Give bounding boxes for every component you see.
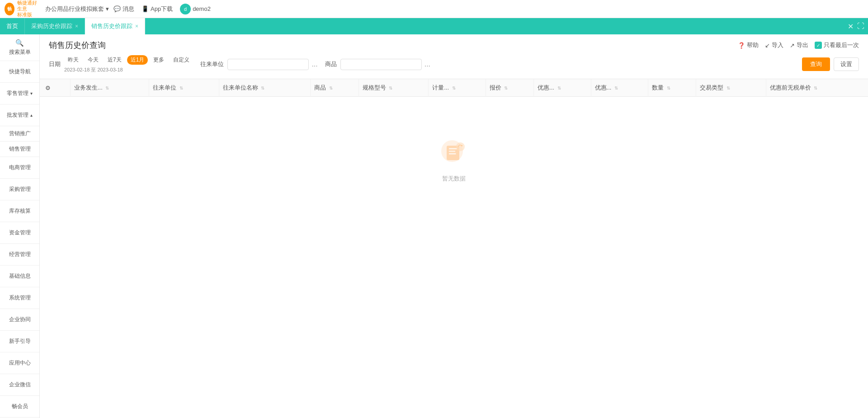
tab-sales-history-close[interactable]: × [135, 23, 138, 29]
sort-arrows-product: ⇅ [329, 86, 333, 90]
download-icon: 📱 [142, 5, 149, 12]
sidebar-item-ecommerce[interactable]: 电商管理 [0, 157, 39, 179]
date-range-text: 2023-02-18 至 2023-03-18 [64, 66, 193, 73]
empty-state-illustration [436, 133, 472, 169]
counterpart-filter-label: 往来单位 [200, 60, 224, 68]
page-title: 销售历史价查询 [49, 40, 106, 51]
sort-arrows-counterpart-code: ⇅ [179, 86, 183, 90]
import-button[interactable]: ↙ 导入 [765, 41, 783, 49]
date-filter-group: 日期 昨天 今天 近7天 近1月 更多 自定义 2023-02-18 至 202… [49, 55, 193, 73]
product-input[interactable] [340, 59, 422, 70]
sidebar-item-app-center[interactable]: 应用中心 [0, 352, 39, 374]
date-pill-7days[interactable]: 近7天 [104, 55, 125, 65]
counterpart-dots-button[interactable]: ... [311, 60, 317, 68]
table-col-gear[interactable]: ⚙ [40, 79, 70, 97]
table-col-unit[interactable]: 计量... ⇅ [429, 79, 486, 97]
sidebar-item-quick-nav[interactable]: 快捷导航 [0, 61, 39, 83]
table-col-discount2[interactable]: 优惠... ⇅ [591, 79, 648, 97]
retail-arrow-icon: ▾ [30, 91, 33, 96]
svg-point-5 [456, 142, 465, 151]
export-button[interactable]: ↗ 导出 [790, 41, 808, 49]
wholesale-arrow-icon: ▴ [30, 113, 33, 118]
sort-arrows-discount1: ⇅ [557, 86, 561, 90]
table-col-quote[interactable]: 报价 ⇅ [486, 79, 533, 97]
sidebar-item-search[interactable]: 🔍 搜索菜单 [0, 34, 39, 61]
content-area: 销售历史价查询 ❓ 帮助 ↙ 导入 ↗ 导出 ✓ [40, 34, 868, 418]
tab-home[interactable]: 首页 [0, 18, 25, 34]
top-bar-actions: 💬 消息 📱 App下载 d demo2 [113, 4, 211, 14]
sidebar-item-basic-info[interactable]: 基础信息 [0, 266, 39, 287]
table-col-pretax-price[interactable]: 优惠前无税单价 ⇅ [766, 79, 868, 97]
table-col-discount1[interactable]: 优惠... ⇅ [534, 79, 591, 97]
sidebar-item-retail-mgmt[interactable]: 零售管理 ▾ [0, 83, 39, 104]
top-bar: 畅 畅捷通好生意 标准版 办公用品行业模拟账套 ▾ 💬 消息 📱 App下载 d… [0, 0, 868, 18]
sort-arrows-unit: ⇅ [452, 86, 456, 90]
app-download-button[interactable]: 📱 App下载 [142, 5, 173, 13]
table-col-biz-date[interactable]: 业务发生... ⇅ [70, 79, 149, 97]
tab-maximize-button[interactable]: ⛶ [857, 22, 864, 30]
sidebar-item-corp-wechat[interactable]: 企业微信 [0, 374, 39, 396]
tab-purchase-history-close[interactable]: × [75, 23, 78, 29]
logo-text: 畅捷通好生意 标准版 [17, 0, 41, 18]
empty-state-text: 暂无数据 [442, 175, 466, 183]
sidebar-item-operation[interactable]: 经营管理 [0, 244, 39, 266]
product-input-wrap: ... [340, 59, 430, 70]
sidebar-item-system-mgmt[interactable]: 系统管理 [0, 287, 39, 309]
tab-close-all-button[interactable]: ✕ [848, 22, 854, 31]
workspace-selector[interactable]: 办公用品行业模拟账套 ▾ [45, 5, 109, 13]
sort-arrows-spec: ⇅ [389, 86, 392, 90]
table-col-counterpart-code[interactable]: 往来单位 ⇅ [149, 79, 219, 97]
product-dots-button[interactable]: ... [425, 60, 430, 68]
sidebar-item-wholesale-mgmt[interactable]: 批发管理 ▴ [0, 104, 39, 126]
import-icon: ↙ [765, 42, 770, 49]
table-col-trade-type[interactable]: 交易类型 ⇅ [696, 79, 766, 97]
sidebar-item-membership[interactable]: 畅会员 [0, 396, 39, 418]
date-pill-1month[interactable]: 近1月 [127, 55, 148, 65]
sidebar-item-sales-mgmt[interactable]: 销售管理 [0, 142, 39, 157]
only-last-checkbox[interactable]: ✓ 只看最后一次 [815, 41, 859, 49]
counterpart-input-wrap: ... [227, 59, 317, 70]
date-pill-custom[interactable]: 自定义 [170, 55, 193, 65]
logo-icon: 畅 [5, 3, 14, 15]
settings-button[interactable]: 设置 [834, 57, 859, 71]
help-icon: ❓ [738, 42, 745, 49]
date-pill-yesterday[interactable]: 昨天 [64, 55, 82, 65]
user-avatar[interactable]: d demo2 [180, 4, 211, 14]
product-filter-label: 商品 [325, 60, 337, 68]
sidebar-item-enterprise[interactable]: 企业协同 [0, 309, 39, 331]
sidebar-item-marketing[interactable]: 营销推广 [0, 126, 39, 142]
sort-arrows-counterpart-name: ⇅ [261, 86, 264, 90]
tab-sales-history[interactable]: 销售历史价跟踪 × [85, 18, 145, 34]
table-header-row: ⚙ 业务发生... ⇅ 往来单位 ⇅ 往来单位名称 ⇅ [40, 79, 868, 97]
svg-point-6 [461, 145, 462, 146]
date-pill-today[interactable]: 今天 [84, 55, 102, 65]
help-button[interactable]: ❓ 帮助 [738, 41, 759, 49]
sidebar-item-newbie[interactable]: 新手引导 [0, 331, 39, 352]
message-button[interactable]: 💬 消息 [113, 5, 134, 13]
table-col-spec[interactable]: 规格型号 ⇅ [359, 79, 428, 97]
sidebar-item-purchase-mgmt[interactable]: 采购管理 [0, 179, 39, 200]
sort-arrows-quote: ⇅ [504, 86, 508, 90]
sidebar-item-finance[interactable]: 资金管理 [0, 222, 39, 244]
table-col-counterpart-name[interactable]: 往来单位名称 ⇅ [219, 79, 310, 97]
svg-rect-3 [449, 151, 455, 152]
counterpart-input[interactable] [227, 59, 309, 70]
date-pill-more[interactable]: 更多 [150, 55, 168, 65]
query-button[interactable]: 查询 [802, 57, 830, 71]
table-container[interactable]: ⚙ 业务发生... ⇅ 往来单位 ⇅ 往来单位名称 ⇅ [40, 79, 868, 418]
logo-area: 畅 畅捷通好生意 标准版 [5, 0, 41, 18]
sort-arrows-quantity: ⇅ [667, 86, 670, 90]
table-col-product[interactable]: 商品 ⇅ [311, 79, 359, 97]
search-icon: 🔍 [15, 39, 24, 47]
export-icon: ↗ [790, 42, 795, 49]
sort-arrows-trade-type: ⇅ [726, 86, 730, 90]
svg-rect-2 [449, 148, 457, 149]
page-header-top: 销售历史价查询 ❓ 帮助 ↙ 导入 ↗ 导出 ✓ [49, 40, 859, 51]
page-header: 销售历史价查询 ❓ 帮助 ↙ 导入 ↗ 导出 ✓ [40, 34, 868, 79]
message-icon: 💬 [113, 5, 121, 12]
main-layout: 🔍 搜索菜单 快捷导航 零售管理 ▾ 批发管理 ▴ 营销推广 销售管理 电商管理… [0, 34, 868, 418]
sidebar-item-inventory[interactable]: 库存核算 [0, 200, 39, 222]
table-col-quantity[interactable]: 数量 ⇅ [648, 79, 696, 97]
tab-purchase-history[interactable]: 采购历史价跟踪 × [25, 18, 85, 34]
sort-arrows-discount2: ⇅ [614, 86, 618, 90]
